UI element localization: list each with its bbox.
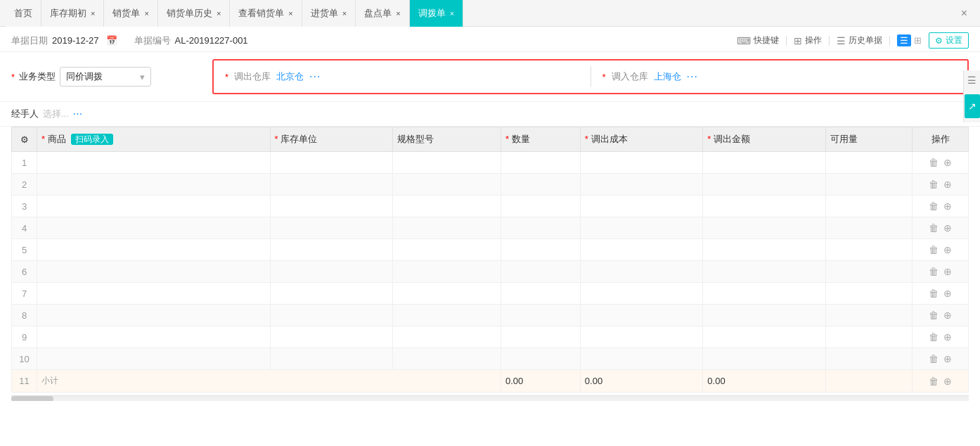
quantity-cell[interactable] — [501, 217, 580, 239]
copy-icon[interactable]: ⊕ — [943, 266, 952, 277]
product-cell[interactable] — [37, 152, 271, 174]
horizontal-scrollbar[interactable] — [11, 395, 969, 401]
shortcut-button[interactable]: ⌨ 快捷键 — [737, 34, 779, 46]
history-button[interactable]: ☰ 历史单据 — [837, 34, 882, 46]
copy-icon[interactable]: ⊕ — [943, 331, 952, 343]
product-cell[interactable] — [37, 217, 271, 239]
delete-icon[interactable]: 🗑 — [929, 244, 939, 255]
delete-icon[interactable]: 🗑 — [929, 331, 939, 343]
available-cell[interactable] — [825, 196, 912, 217]
unit-cell[interactable] — [270, 196, 392, 217]
available-cell[interactable] — [825, 174, 912, 196]
tab-inventory-init-close[interactable]: × — [91, 9, 95, 18]
cost-cell[interactable] — [580, 152, 702, 174]
person-select[interactable]: 选择... — [43, 108, 69, 120]
unit-cell[interactable] — [270, 152, 392, 174]
copy-icon[interactable]: ⊕ — [943, 288, 952, 299]
spec-cell[interactable] — [393, 239, 501, 261]
cost-cell[interactable] — [580, 261, 702, 283]
delete-icon[interactable]: 🗑 — [929, 200, 939, 212]
tab-sales-order-close[interactable]: × — [144, 9, 148, 18]
copy-icon[interactable]: ⊕ — [943, 222, 952, 234]
delete-icon[interactable]: 🗑 — [929, 310, 939, 321]
product-cell[interactable] — [37, 348, 271, 370]
product-cell[interactable] — [37, 283, 271, 305]
layout-grid-icon[interactable]: ⊞ — [914, 35, 922, 46]
cost-cell[interactable] — [580, 326, 702, 348]
copy-icon[interactable]: ⊕ — [943, 200, 952, 212]
quantity-cell[interactable] — [501, 326, 580, 348]
amount-cell[interactable] — [703, 152, 825, 174]
cost-cell[interactable] — [580, 174, 702, 196]
quantity-cell[interactable] — [501, 152, 580, 174]
calendar-icon[interactable]: 📅 — [106, 35, 117, 46]
operation-button[interactable]: ⊞ 操作 — [794, 34, 822, 46]
tab-sales-history-close[interactable]: × — [217, 9, 221, 18]
product-cell[interactable] — [37, 174, 271, 196]
available-cell[interactable] — [825, 305, 912, 326]
quantity-cell[interactable] — [501, 348, 580, 370]
unit-cell[interactable] — [270, 348, 392, 370]
quantity-cell[interactable] — [501, 174, 580, 196]
amount-cell[interactable] — [703, 348, 825, 370]
delete-icon[interactable]: 🗑 — [929, 266, 939, 277]
layout-list-icon[interactable]: ☰ — [897, 34, 911, 46]
cost-cell[interactable] — [580, 305, 702, 326]
spec-cell[interactable] — [393, 348, 501, 370]
unit-cell[interactable] — [270, 305, 392, 326]
amount-cell[interactable] — [703, 174, 825, 196]
business-type-select[interactable]: 同价调拨 ▾ — [60, 67, 151, 87]
unit-cell[interactable] — [270, 174, 392, 196]
spec-cell[interactable] — [393, 305, 501, 326]
product-cell[interactable] — [37, 196, 271, 217]
unit-cell[interactable] — [270, 239, 392, 261]
warehouse-in-dots[interactable]: ··· — [687, 70, 698, 83]
cost-cell[interactable] — [580, 348, 702, 370]
product-cell[interactable] — [37, 326, 271, 348]
spec-cell[interactable] — [393, 196, 501, 217]
copy-icon[interactable]: ⊕ — [943, 310, 952, 321]
warehouse-out-dots[interactable]: ··· — [309, 70, 321, 83]
quantity-cell[interactable] — [501, 239, 580, 261]
cost-cell[interactable] — [580, 196, 702, 217]
unit-cell[interactable] — [270, 326, 392, 348]
quantity-cell[interactable] — [501, 283, 580, 305]
unit-cell[interactable] — [270, 261, 392, 283]
spec-cell[interactable] — [393, 283, 501, 305]
product-cell[interactable] — [37, 239, 271, 261]
copy-icon[interactable]: ⊕ — [943, 157, 952, 168]
available-cell[interactable] — [825, 217, 912, 239]
copy-icon[interactable]: ⊕ — [943, 376, 952, 387]
right-panel-list-icon[interactable]: ☰ — [967, 75, 976, 86]
delete-icon[interactable]: 🗑 — [929, 179, 939, 190]
copy-icon[interactable]: ⊕ — [943, 353, 952, 364]
copy-icon[interactable]: ⊕ — [943, 244, 952, 255]
amount-cell[interactable] — [703, 326, 825, 348]
available-cell[interactable] — [825, 283, 912, 305]
tab-transfer[interactable]: 调拨单 × — [410, 0, 463, 27]
tab-stocktake[interactable]: 盘点单 × — [356, 0, 409, 27]
quantity-cell[interactable] — [501, 305, 580, 326]
available-cell[interactable] — [825, 152, 912, 174]
available-cell[interactable] — [825, 348, 912, 370]
col-gear[interactable]: ⚙ — [12, 127, 37, 152]
amount-cell[interactable] — [703, 239, 825, 261]
tab-stocktake-close[interactable]: × — [396, 9, 400, 18]
delete-icon[interactable]: 🗑 — [929, 376, 939, 387]
tab-view-sales-close[interactable]: × — [288, 9, 292, 18]
tab-sales-order[interactable]: 销货单 × — [104, 0, 157, 27]
spec-cell[interactable] — [393, 174, 501, 196]
quantity-cell[interactable] — [501, 196, 580, 217]
delete-icon[interactable]: 🗑 — [929, 353, 939, 364]
amount-cell[interactable] — [703, 196, 825, 217]
spec-cell[interactable] — [393, 152, 501, 174]
unit-cell[interactable] — [270, 217, 392, 239]
delete-icon[interactable]: 🗑 — [929, 157, 939, 168]
cost-cell[interactable] — [580, 217, 702, 239]
amount-cell[interactable] — [703, 283, 825, 305]
tab-sales-history[interactable]: 销货单历史 × — [158, 0, 230, 27]
delete-icon[interactable]: 🗑 — [929, 288, 939, 299]
unit-cell[interactable] — [270, 283, 392, 305]
spec-cell[interactable] — [393, 261, 501, 283]
available-cell[interactable] — [825, 239, 912, 261]
